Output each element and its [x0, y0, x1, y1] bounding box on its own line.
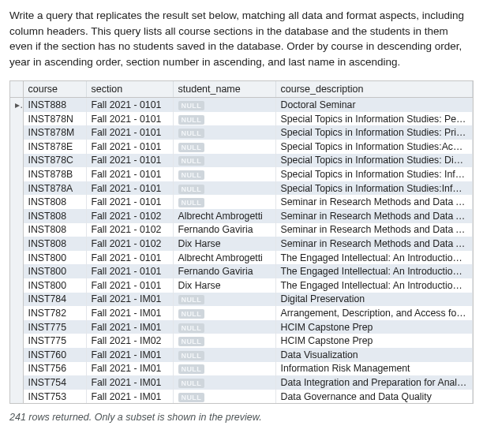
- cell-student: NULL: [173, 375, 275, 390]
- cell-description: Information Risk Management: [275, 362, 473, 376]
- cell-course: INST756: [23, 362, 86, 376]
- table-row[interactable]: INST775Fall 2021 - IM01NULLHCIM Capstone…: [10, 320, 473, 334]
- cell-description: Data Visualization: [275, 348, 473, 362]
- null-pill: NULL: [178, 115, 205, 125]
- null-pill: NULL: [178, 393, 205, 402]
- cell-section: Fall 2021 - IM01: [86, 362, 173, 376]
- row-marker: [10, 125, 23, 140]
- cell-description: Seminar in Research Methods and Data Ana…: [275, 237, 473, 251]
- cell-student: NULL: [173, 334, 275, 348]
- cell-description: Special Topics in Information Studies: D…: [275, 154, 473, 168]
- cell-section: Fall 2021 - 0101: [86, 264, 173, 278]
- row-marker: [10, 375, 23, 390]
- table-row[interactable]: INST878MFall 2021 - 0101NULLSpecial Topi…: [10, 125, 473, 140]
- table-row[interactable]: INST800Fall 2021 - 0101Albrecht Ambroget…: [10, 251, 473, 265]
- cell-student: NULL: [173, 195, 275, 209]
- cell-section: Fall 2021 - IM02: [86, 334, 173, 348]
- table-row[interactable]: INST878NFall 2021 - 0101NULLSpecial Topi…: [10, 112, 473, 126]
- cell-student: NULL: [173, 167, 275, 181]
- cell-section: Fall 2021 - 0101: [86, 112, 173, 126]
- table-row[interactable]: INST878AFall 2021 - 0101NULLSpecial Topi…: [10, 181, 473, 196]
- cell-student: NULL: [173, 125, 275, 140]
- cell-course: INST808: [23, 237, 86, 251]
- table-row[interactable]: ▸INST888Fall 2021 - 0101NULLDoctoral Sem…: [10, 98, 473, 112]
- table-row[interactable]: INST808Fall 2021 - 0102Fernando GaviriaS…: [10, 223, 473, 237]
- table-row[interactable]: INST756Fall 2021 - IM01NULLInformation R…: [10, 362, 473, 376]
- row-marker: [10, 348, 23, 362]
- cell-course: INST878N: [23, 112, 86, 126]
- cell-course: INST754: [23, 375, 86, 390]
- null-pill: NULL: [178, 129, 205, 138]
- cell-course: INST878A: [23, 181, 86, 196]
- null-pill: NULL: [178, 185, 205, 194]
- cell-student: Dix Harse: [173, 237, 275, 251]
- cell-student: NULL: [173, 140, 275, 154]
- row-marker: [10, 390, 23, 404]
- table-row[interactable]: INST808Fall 2021 - 0101NULLSeminar in Re…: [10, 195, 473, 209]
- cell-student: Albrecht Ambrogetti: [173, 209, 275, 223]
- table-row[interactable]: INST808Fall 2021 - 0102Dix HarseSeminar …: [10, 237, 473, 251]
- cell-description: The Engaged Intellectual: An Introductio…: [275, 251, 473, 265]
- cell-description: Data Integration and Preparation for Ana…: [275, 375, 473, 390]
- row-marker: [10, 306, 23, 320]
- row-marker: [10, 167, 23, 181]
- row-marker: [10, 223, 23, 237]
- row-marker: [10, 140, 23, 154]
- null-pill: NULL: [178, 351, 205, 360]
- table-row[interactable]: INST800Fall 2021 - 0101Dix HarseThe Enga…: [10, 278, 473, 293]
- cell-student: NULL: [173, 181, 275, 196]
- cell-course: INST784: [23, 293, 86, 307]
- cell-course: INST878B: [23, 167, 86, 181]
- cell-student: NULL: [173, 390, 275, 404]
- null-pill: NULL: [178, 364, 205, 374]
- cell-student: NULL: [173, 112, 275, 126]
- table-row[interactable]: INST800Fall 2021 - 0101Fernando GaviriaT…: [10, 264, 473, 278]
- cell-course: INST800: [23, 278, 86, 293]
- row-marker: [10, 195, 23, 209]
- table-row[interactable]: INST753Fall 2021 - IM01NULLData Governan…: [10, 390, 473, 404]
- question-text: Write a query that replicates the result…: [9, 8, 474, 69]
- row-marker: [10, 181, 23, 196]
- table-row[interactable]: INST754Fall 2021 - IM01NULLData Integrat…: [10, 375, 473, 390]
- null-pill: NULL: [178, 198, 205, 207]
- null-pill: NULL: [178, 309, 205, 319]
- row-marker: [10, 362, 23, 376]
- cell-section: Fall 2021 - 0101: [86, 140, 173, 154]
- cell-section: Fall 2021 - IM01: [86, 375, 173, 390]
- cell-section: Fall 2021 - 0101: [86, 278, 173, 293]
- row-count-footer: 241 rows returned. Only a subset is show…: [9, 412, 474, 423]
- table-row[interactable]: INST878BFall 2021 - 0101NULLSpecial Topi…: [10, 167, 473, 181]
- table-row[interactable]: INST878CFall 2021 - 0101NULLSpecial Topi…: [10, 154, 473, 168]
- cell-section: Fall 2021 - 0101: [86, 251, 173, 265]
- cell-student: Dix Harse: [173, 278, 275, 293]
- col-description[interactable]: course_description: [275, 81, 473, 98]
- table-row[interactable]: INST760Fall 2021 - IM01NULLData Visualiz…: [10, 348, 473, 362]
- row-marker: [10, 209, 23, 223]
- cell-section: Fall 2021 - 0101: [86, 154, 173, 168]
- cell-student: NULL: [173, 362, 275, 376]
- table-row[interactable]: INST808Fall 2021 - 0102Albrecht Ambroget…: [10, 209, 473, 223]
- cell-section: Fall 2021 - 0101: [86, 167, 173, 181]
- cell-description: Data Governance and Data Quality: [275, 390, 473, 404]
- col-student[interactable]: student_name: [173, 81, 275, 98]
- cell-course: INST775: [23, 320, 86, 334]
- col-course[interactable]: course: [23, 81, 86, 98]
- cell-description: Digital Preservation: [275, 293, 473, 307]
- cell-course: INST878E: [23, 140, 86, 154]
- row-marker: [10, 293, 23, 307]
- row-marker: ▸: [10, 98, 23, 112]
- table-row[interactable]: INST878EFall 2021 - 0101NULLSpecial Topi…: [10, 140, 473, 154]
- cell-section: Fall 2021 - 0101: [86, 181, 173, 196]
- cell-description: Special Topics in Information Studies:In…: [275, 181, 473, 196]
- cell-section: Fall 2021 - IM01: [86, 390, 173, 404]
- table-row[interactable]: INST784Fall 2021 - IM01NULLDigital Prese…: [10, 293, 473, 307]
- table-row[interactable]: INST775Fall 2021 - IM02NULLHCIM Capstone…: [10, 334, 473, 348]
- null-pill: NULL: [178, 295, 205, 304]
- cell-course: INST760: [23, 348, 86, 362]
- row-marker: [10, 264, 23, 278]
- cell-course: INST775: [23, 334, 86, 348]
- table-row[interactable]: INST782Fall 2021 - IM01NULLArrangement, …: [10, 306, 473, 320]
- null-pill: NULL: [178, 337, 205, 346]
- cell-description: Special Topics in Information Studies:Ac…: [275, 140, 473, 154]
- col-section[interactable]: section: [86, 81, 173, 98]
